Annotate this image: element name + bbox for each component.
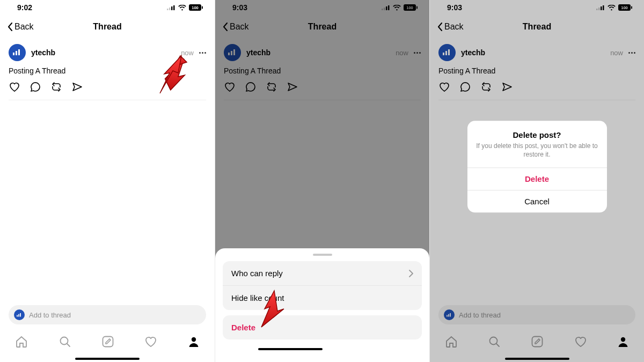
svg-rect-33 [443, 53, 444, 55]
tab-search-icon[interactable] [58, 335, 71, 348]
avatar-small [444, 309, 455, 320]
alert-cancel-button[interactable]: Cancel [467, 190, 607, 212]
svg-rect-31 [631, 6, 632, 9]
more-button[interactable] [628, 52, 635, 54]
svg-rect-25 [233, 49, 235, 55]
alert-delete-button[interactable]: Delete [467, 167, 607, 190]
tab-profile-icon[interactable] [188, 336, 200, 348]
avatar[interactable] [438, 44, 456, 61]
chevron-left-icon [437, 23, 443, 31]
avatar-small [14, 309, 25, 320]
header: Back Thread [430, 15, 644, 39]
tab-home-icon[interactable] [15, 335, 28, 348]
svg-rect-38 [450, 313, 451, 316]
avatar[interactable] [224, 44, 241, 61]
add-thread-input[interactable]: Add to thread [9, 305, 206, 324]
tab-activity-icon[interactable] [144, 336, 157, 348]
sheet-hide-like-count[interactable]: Hide like count [223, 285, 422, 310]
post-actions [9, 82, 206, 92]
repost-icon[interactable] [266, 82, 277, 92]
thread-post: ytechb now Posting A Thread [215, 39, 429, 92]
svg-rect-16 [382, 9, 383, 10]
post-actions [224, 82, 421, 92]
repost-icon[interactable] [50, 82, 62, 92]
svg-rect-5 [202, 6, 203, 9]
sheet-delete[interactable]: Delete [223, 315, 422, 339]
reply-icon[interactable] [245, 82, 256, 92]
avatar[interactable] [9, 44, 26, 61]
post-timestamp: now [396, 49, 408, 57]
screen-3: 9:03 100 Back Thread ytechb now Posting … [429, 0, 644, 362]
reply-icon[interactable] [460, 82, 471, 92]
tab-home-icon[interactable] [445, 335, 458, 348]
svg-rect-18 [386, 6, 387, 10]
chevron-left-icon [8, 23, 13, 31]
thread-post: ytechb now Posting A Thread [430, 39, 644, 92]
svg-rect-26 [596, 9, 598, 10]
status-bar: 9:02 100 [0, 0, 215, 15]
svg-rect-29 [603, 5, 604, 10]
svg-rect-37 [448, 314, 449, 316]
svg-rect-28 [601, 6, 602, 10]
sheet-handle[interactable] [313, 254, 332, 256]
tab-profile-icon[interactable] [617, 336, 629, 348]
tab-bar [0, 329, 215, 354]
share-icon[interactable] [287, 82, 298, 92]
like-icon[interactable] [9, 82, 20, 92]
tab-search-icon[interactable] [488, 335, 501, 348]
username[interactable]: ytechb [31, 48, 55, 57]
svg-rect-7 [13, 53, 14, 55]
tab-activity-icon[interactable] [574, 336, 587, 348]
post-body: Posting A Thread [9, 67, 206, 75]
svg-rect-3 [173, 5, 175, 10]
reply-icon[interactable] [30, 82, 41, 92]
wifi-icon [393, 5, 401, 11]
svg-point-15 [192, 337, 196, 342]
battery-icon: 100 [189, 4, 203, 11]
status-icons: 100 [167, 4, 203, 11]
share-icon[interactable] [502, 82, 513, 92]
more-button[interactable] [414, 52, 421, 54]
svg-rect-21 [416, 6, 418, 9]
back-button[interactable]: Back [215, 22, 249, 32]
chevron-right-icon [409, 270, 413, 277]
like-icon[interactable] [224, 82, 236, 92]
username[interactable]: ytechb [246, 48, 270, 57]
status-time: 9:02 [17, 3, 32, 12]
post-timestamp: now [181, 49, 194, 57]
divider [438, 100, 635, 100]
battery-icon: 100 [404, 4, 418, 11]
cellular-icon [596, 5, 605, 10]
post-body: Posting A Thread [224, 67, 421, 75]
status-time: 9:03 [447, 3, 462, 12]
add-thread-input[interactable]: Add to thread [438, 305, 635, 324]
share-icon[interactable] [72, 82, 83, 92]
home-indicator [505, 358, 569, 360]
tab-bar [430, 329, 644, 354]
svg-rect-9 [18, 49, 20, 55]
back-button[interactable]: Back [430, 22, 464, 32]
home-indicator [258, 348, 323, 350]
svg-rect-14 [103, 337, 113, 347]
tab-compose-icon[interactable] [101, 335, 114, 348]
svg-rect-10 [17, 315, 18, 316]
tab-compose-icon[interactable] [531, 335, 544, 348]
svg-rect-40 [532, 337, 543, 347]
like-icon[interactable] [438, 82, 450, 92]
svg-rect-34 [445, 51, 447, 55]
divider [224, 100, 421, 100]
svg-rect-2 [171, 6, 173, 10]
header: Back Thread [0, 15, 215, 39]
sheet-who-can-reply[interactable]: Who can reply [223, 261, 422, 285]
svg-rect-12 [20, 313, 21, 316]
alert-title: Delete post? [467, 121, 607, 142]
back-button[interactable]: Back [0, 22, 34, 32]
username[interactable]: ytechb [461, 48, 485, 57]
svg-rect-24 [231, 51, 232, 55]
more-button[interactable] [199, 52, 206, 54]
status-bar: 9:03 100 [430, 0, 644, 15]
battery-icon: 100 [618, 4, 632, 11]
svg-rect-1 [169, 8, 171, 10]
repost-icon[interactable] [480, 82, 492, 92]
status-icons: 100 [382, 4, 418, 11]
